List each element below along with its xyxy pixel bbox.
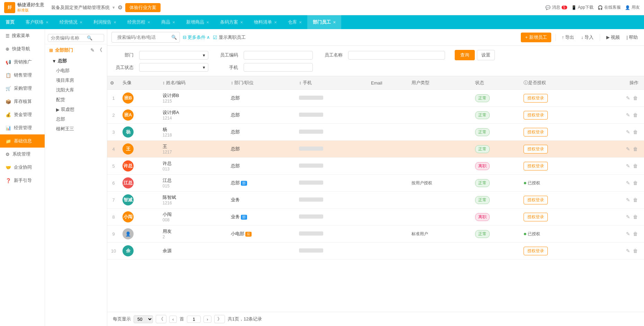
tab-home[interactable]: 首页 [0, 15, 20, 29]
close-add-goods-icon[interactable]: ✕ [206, 20, 209, 24]
close-goods-icon[interactable]: ✕ [172, 20, 175, 24]
close-dept-icon[interactable]: ✕ [333, 20, 336, 24]
auth-login-btn[interactable]: 授权登录 [524, 247, 548, 255]
import-btn[interactable]: ↓ 导入 [579, 33, 596, 42]
delete-btn[interactable]: 🗑 [632, 213, 638, 220]
delete-btn[interactable]: 🗑 [632, 230, 638, 237]
close-bom-icon[interactable]: ✕ [274, 20, 277, 24]
edit-btn[interactable]: ✎ [625, 146, 631, 152]
tab-goods[interactable]: 商品 ✕ [156, 15, 181, 29]
delete-btn[interactable]: 🗑 [632, 95, 638, 102]
trial-button[interactable]: 体验行业方案 [125, 3, 161, 12]
close-barcode-icon[interactable]: ✕ [240, 20, 243, 24]
col-dept-pos[interactable]: ↕ 部门/职位 [228, 76, 296, 90]
sidebar-item-basic-info[interactable]: 📁 基础信息 [0, 134, 45, 148]
online-service-btn[interactable]: 🎧 在线客服 [598, 5, 621, 10]
emp-status-select[interactable]: ▾ [139, 63, 208, 72]
help-btn[interactable]: | 帮助 [625, 33, 640, 42]
edit-btn[interactable]: ✎ [625, 129, 631, 135]
sidebar-item-sales[interactable]: 📋 销售管理 [0, 69, 45, 82]
col-name-code[interactable]: ↕ 姓名/编码 [160, 76, 228, 90]
delete-btn[interactable]: 🗑 [632, 129, 638, 135]
dept-tree-root[interactable]: ▼ 总部 [45, 56, 107, 66]
sidebar-item-inventory[interactable]: 📦 库存核算 [0, 95, 45, 108]
show-resigned-toggle[interactable]: ☑ 显示离职员工 [213, 34, 246, 41]
edit-btn[interactable]: ✎ [625, 179, 631, 186]
close-operation-icon[interactable]: ✕ [80, 20, 82, 24]
dept-collapse-icon[interactable]: 《 [97, 46, 103, 54]
dept-tree-item-project[interactable]: 项目库房 [45, 76, 107, 85]
edit-btn[interactable]: ✎ [625, 95, 631, 102]
col-settings[interactable]: ⚙ [107, 76, 120, 90]
message-btn[interactable]: 💬 消息 5 [545, 5, 567, 10]
dropdown-arrow-icon[interactable]: ▾ [112, 5, 115, 10]
sidebar-item-finance[interactable]: 💰 资金管理 [0, 108, 45, 121]
emp-search-input[interactable] [115, 33, 170, 41]
edit-btn[interactable]: ✎ [625, 112, 631, 118]
gear-button[interactable]: ⚙ [118, 4, 123, 11]
dept-tree-item-shuangxu[interactable]: ▶ 双虚想 [45, 105, 107, 114]
delete-btn[interactable]: 🗑 [632, 196, 638, 203]
set-btn[interactable]: 设置 [477, 50, 495, 60]
view-btn[interactable]: ▶ 视频 [604, 33, 622, 42]
close-warehouse-icon[interactable]: ✕ [299, 20, 302, 24]
auth-login-btn[interactable]: 授权登录 [524, 162, 548, 170]
dept-filter-select[interactable]: ▾ [139, 51, 208, 60]
sidebar-item-guide[interactable]: ❓ 新手引导 [0, 174, 45, 187]
dept-tree-item-zongbu[interactable]: 总部 [45, 114, 107, 124]
sidebar-item-marketing[interactable]: 📢 营销推广 [0, 55, 45, 69]
edit-btn[interactable]: ✎ [625, 230, 631, 237]
close-profit-icon[interactable]: ✕ [114, 20, 116, 24]
dept-tree-item-zhishu[interactable]: 植树王三 [45, 124, 107, 134]
query-btn[interactable]: 查询 [455, 50, 475, 60]
dept-tree-item-peihuo[interactable]: 配货 [45, 95, 107, 105]
sidebar-item-collab[interactable]: 🤝 企业协同 [0, 161, 45, 174]
delete-btn[interactable]: 🗑 [632, 247, 638, 254]
auth-login-btn[interactable]: 授权登录 [524, 128, 548, 136]
show-resigned-checkbox[interactable]: ☑ [213, 35, 217, 40]
auth-login-btn[interactable]: 授权登录 [524, 145, 548, 153]
dept-search-icon[interactable]: 🔍 [87, 35, 92, 41]
edit-btn[interactable]: ✎ [625, 196, 631, 203]
emp-code-input[interactable] [244, 51, 313, 60]
col-settings-icon[interactable]: ⚙ [110, 80, 114, 86]
auth-login-btn[interactable]: 授权登录 [524, 111, 548, 120]
auth-login-btn[interactable]: 授权登录 [524, 94, 548, 103]
tab-warehouse[interactable]: 仓库 ✕ [282, 15, 307, 29]
sidebar-item-system[interactable]: ⚙ 系统管理 [0, 148, 45, 161]
add-employee-btn[interactable]: + 新增员工 [521, 33, 551, 42]
per-page-select[interactable]: 50 100 [134, 315, 153, 323]
next-page-btn[interactable]: › [203, 316, 211, 323]
delete-btn[interactable]: 🗑 [632, 112, 638, 118]
export-btn[interactable]: ↑ 导出 [560, 33, 577, 42]
sidebar-item-purchase[interactable]: 🛒 采购管理 [0, 82, 45, 95]
tab-operation[interactable]: 经营情况 ✕ [54, 15, 88, 29]
first-page-btn[interactable]: 《 [156, 315, 166, 323]
last-page-btn[interactable]: 》 [214, 315, 225, 323]
auth-login-btn[interactable]: 授权登录 [524, 213, 548, 221]
tab-profit[interactable]: 利润报告 ✕ [88, 15, 122, 29]
app-download-btn[interactable]: 📱 App下载 [571, 5, 593, 10]
tab-bom[interactable]: 物料清单 ✕ [248, 15, 282, 29]
tab-history[interactable]: 经营历程 ✕ [122, 15, 156, 29]
prev-page-btn[interactable]: ‹ [169, 316, 177, 323]
current-page-input[interactable] [187, 316, 201, 323]
dept-search-input[interactable] [51, 35, 85, 41]
dept-tree-item-shenyang[interactable]: 沈阳大库 [45, 85, 107, 95]
edit-btn[interactable]: ✎ [625, 247, 631, 254]
delete-btn[interactable]: 🗑 [632, 179, 638, 186]
tab-customer[interactable]: 客户联络 ✕ [20, 15, 54, 29]
delete-btn[interactable]: 🗑 [632, 146, 638, 152]
delete-btn[interactable]: 🗑 [632, 162, 638, 169]
col-phone[interactable]: ↕ 手机 [296, 76, 368, 90]
dept-tree-item-xiaodian[interactable]: 小电部 [45, 66, 107, 76]
edit-btn[interactable]: ✎ [625, 162, 631, 169]
close-customer-icon[interactable]: ✕ [46, 20, 48, 24]
edit-btn[interactable]: ✎ [625, 213, 631, 220]
emp-name-input[interactable] [348, 51, 445, 60]
dept-edit-icon[interactable]: ✎ [90, 47, 95, 54]
user-btn[interactable]: 👤 用友 [625, 5, 640, 10]
sidebar-item-quicknav[interactable]: ⊕ 快捷导航 [0, 42, 45, 55]
tab-dept-staff[interactable]: 部门员工 ✕ [307, 15, 341, 29]
sidebar-item-business[interactable]: 📊 经营管理 [0, 121, 45, 134]
